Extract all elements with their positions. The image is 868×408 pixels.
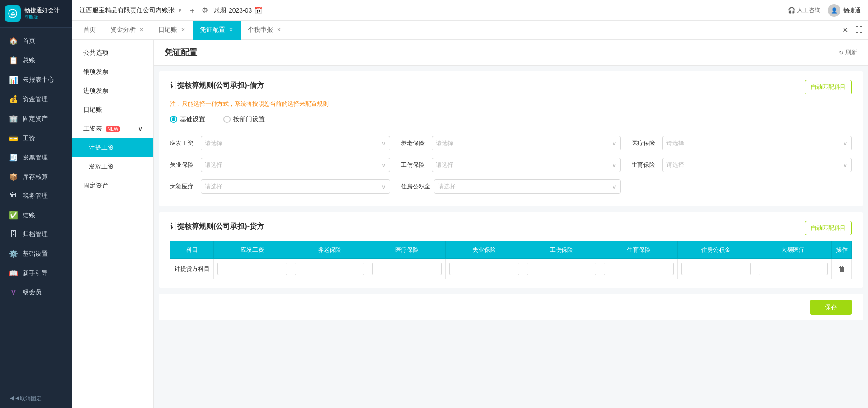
company-selector[interactable]: 江西服宝精品有限责任公司内账张 ▼ [80,6,183,14]
menu-item-salary-table[interactable]: 工资表 NEW ∨ [72,119,153,138]
subject-label: 计提贷方科目 [175,265,210,272]
select-yingfa[interactable]: 请选择 ∨ [201,136,390,150]
support-label: 人工咨询 [797,6,821,14]
add-account-button[interactable]: ＋ [188,5,196,16]
select-shiye[interactable]: 请选择 ∨ [201,158,390,172]
home-icon: 🏠 [9,37,18,45]
input-zhufang[interactable] [681,263,751,275]
support-button[interactable]: 🎧 人工咨询 [788,6,821,14]
setting-icon[interactable]: ⚙ [202,6,208,14]
input-gongshang[interactable] [527,263,596,275]
debit-auto-match-button[interactable]: 自动匹配科目 [805,80,852,94]
col-yiliao: 医疗保险 [368,241,445,259]
save-button[interactable]: 保存 [810,300,852,315]
user-menu[interactable]: 👤 畅捷通 [828,4,861,17]
chevron-down-icon: ∨ [612,183,617,190]
sidebar-item-reports[interactable]: 📊 云报表中心 [0,70,72,89]
input-shiye[interactable] [449,263,519,275]
input-shengyu[interactable] [604,263,674,275]
sidebar-item-archive[interactable]: 🗄 归档管理 [0,225,72,244]
sidebar-item-invoice[interactable]: 🧾 发票管理 [0,148,72,167]
select-shengyu[interactable]: 请选择 ∨ [662,158,852,172]
tab-tax[interactable]: 个税申报 ✕ [241,21,288,40]
col-subject: 科目 [170,241,214,259]
menu-item-public[interactable]: 公共选项 [72,43,153,62]
row-subject: 计提贷方科目 [170,259,214,279]
sidebar-item-home[interactable]: 🏠 首页 [0,31,72,51]
sidebar-item-checkout[interactable]: ✅ 结账 [0,206,72,225]
menu-item-sales[interactable]: 销项发票 [72,62,153,81]
tabs-bar: 首页 资金分析 ✕ 日记账 ✕ 凭证配置 ✕ 个税申报 ✕ ✕ ⛶ [72,21,868,40]
content-area: 公共选项 销项发票 进项发票 日记账 工资表 NEW ∨ 计提工资 [72,40,868,408]
select-placeholder: 请选择 [666,139,684,147]
reports-icon: 📊 [9,75,18,84]
select-yanglao[interactable]: 请选择 ∨ [432,136,621,150]
tax-icon: 🏛 [9,192,18,200]
refresh-label: 刷新 [845,48,857,56]
input-yingfa[interactable] [217,263,287,275]
guide-icon: 📖 [9,269,18,277]
tab-funds-close[interactable]: ✕ [139,27,144,33]
row-yingfa [214,259,291,279]
label-shiye: 失业保险 [170,161,197,169]
tab-funds[interactable]: 资金分析 ✕ [103,21,151,40]
select-gongshang[interactable]: 请选择 ∨ [432,158,621,172]
sidebar-item-settings[interactable]: ⚙️ 基础设置 [0,244,72,263]
credit-section-header: 计提核算规则(公司承担)-贷方 自动匹配科目 [170,221,852,235]
menu-label: 发放工资 [89,163,114,170]
app-name: 畅捷通好会计 [24,7,60,14]
sidebar-item-inventory[interactable]: 📦 库存核算 [0,167,72,187]
salary-icon: 💳 [9,134,18,142]
sidebar-item-ledger[interactable]: 📋 总账 [0,51,72,70]
tab-diary[interactable]: 日记账 ✕ [151,21,193,40]
sidebar-item-guide[interactable]: 📖 新手引导 [0,263,72,283]
menu-item-pay-salary[interactable]: 发放工资 [72,157,153,176]
select-placeholder: 请选择 [666,161,684,169]
menu-item-fixed-assets[interactable]: 固定资产 [72,176,153,195]
tab-voucher[interactable]: 凭证配置 ✕ [193,21,241,40]
sidebar-item-label: 发票管理 [23,154,48,162]
label-gongshang: 工伤保险 [401,161,428,169]
delete-row-button[interactable]: 🗑 [838,265,845,272]
form-item-yiliao: 医疗保险 请选择 ∨ [632,136,852,150]
tab-home[interactable]: 首页 [76,21,103,40]
debit-form: 应发工资 请选择 ∨ 养老保险 请选择 ∨ 医疗 [170,132,852,197]
cancel-fixed-btn[interactable]: ◀◀取消固定 [0,389,72,408]
close-tab-button[interactable]: ✕ [840,24,850,36]
form-item-gongshang: 工伤保险 请选择 ∨ [401,158,621,172]
tab-tax-close[interactable]: ✕ [277,27,281,33]
radio-dept-label: 按部门设置 [233,115,265,123]
tab-voucher-close[interactable]: ✕ [229,27,233,33]
sidebar-item-label: 新手引导 [23,269,48,277]
select-placeholder: 请选择 [436,139,453,147]
sidebar-item-funds[interactable]: 💰 资金管理 [0,89,72,109]
select-placeholder: 请选择 [438,183,456,191]
input-yanglao[interactable] [295,263,364,275]
menu-item-calc-salary[interactable]: 计提工资 [72,138,153,157]
main-area: 江西服宝精品有限责任公司内账张 ▼ ＋ ⚙ 账期 2023-03 📅 🎧 人工咨… [72,0,868,408]
tab-diary-close[interactable]: ✕ [181,27,185,33]
refresh-button[interactable]: ↻ 刷新 [839,48,857,56]
col-yanglao: 养老保险 [291,241,368,259]
menu-label: 公共选项 [83,49,108,56]
radio-group: 基础设置 按部门设置 [170,115,852,123]
menu-label: 进项发票 [83,87,108,94]
sidebar-item-vip[interactable]: V 畅会员 [0,283,72,302]
input-yiliao[interactable] [372,263,442,275]
sidebar-item-tax[interactable]: 🏛 税务管理 [0,187,72,206]
menu-item-purchase[interactable]: 进项发票 [72,81,153,100]
sidebar-item-assets[interactable]: 🏢 固定资产 [0,109,72,128]
period-selector[interactable]: 账期 2023-03 📅 [213,6,262,14]
menu-item-diary[interactable]: 日记账 [72,100,153,119]
select-zhufang[interactable]: 请选择 ∨ [434,179,621,194]
input-daeyiliao[interactable] [759,263,828,275]
radio-basic[interactable]: 基础设置 [170,115,205,123]
select-daeyiliao[interactable]: 请选择 ∨ [201,179,390,194]
select-yiliao[interactable]: 请选择 ∨ [662,136,852,150]
expand-tab-button[interactable]: ⛶ [854,24,864,36]
sidebar-item-salary[interactable]: 💳 工资 [0,128,72,148]
sidebar-item-label: 畅会员 [23,288,42,296]
radio-dept-circle [223,116,231,123]
radio-dept[interactable]: 按部门设置 [223,115,265,123]
credit-auto-match-button[interactable]: 自动匹配科目 [805,221,852,235]
